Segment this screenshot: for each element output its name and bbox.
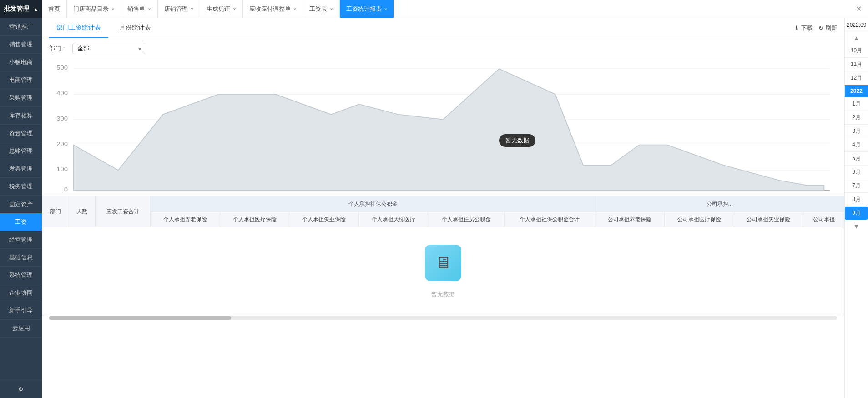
tab-工资统计报表[interactable]: 工资统计报表× [340, 0, 394, 18]
tab-首页[interactable]: 首页 [42, 0, 67, 18]
chart-no-data-tooltip: 暂无数据 [499, 134, 535, 147]
tab-门店商品目录[interactable]: 门店商品目录× [67, 0, 121, 18]
svg-text:200: 200 [56, 140, 68, 147]
date-item-10月[interactable]: 10月 [845, 44, 868, 58]
tab-label: 工资表 [309, 5, 327, 13]
sub-tab-月份统计表[interactable]: 月份统计表 [112, 18, 158, 38]
settings-icon: ⚙ [18, 386, 24, 393]
date-item-2022[interactable]: 2022 [845, 85, 868, 97]
sub-tab-bar: 部门工资统计表月份统计表 ⬇ 下载 ↻ 刷新 [42, 18, 844, 38]
tab-label: 店铺管理 [164, 5, 188, 13]
download-label: 下载 [801, 24, 813, 32]
sidebar-item-采购管理[interactable]: 采购管理 [0, 89, 42, 107]
filter-label: 部门： [49, 45, 67, 53]
department-select[interactable]: 全部 [72, 43, 145, 54]
svg-text:0: 0 [64, 186, 68, 193]
sidebar-item-企业协同[interactable]: 企业协同 [0, 284, 42, 302]
sub-tabs-container: 部门工资统计表月份统计表 [49, 18, 162, 38]
date-header[interactable]: 2022.09 [845, 18, 868, 32]
tab-close-btn[interactable]: × [148, 6, 151, 12]
sidebar-item-电商管理[interactable]: 电商管理 [0, 71, 42, 89]
sidebar-item-基础信息[interactable]: 基础信息 [0, 249, 42, 267]
horizontal-scrollbar[interactable] [49, 316, 837, 320]
date-item-4月[interactable]: 4月 [845, 138, 868, 152]
sidebar: 批发管理 ▲ 营销推广销售管理小畅电商电商管理采购管理库存核算资金管理总账管理发… [0, 0, 42, 398]
sidebar-item-资金管理[interactable]: 资金管理 [0, 125, 42, 142]
th-personal-pension: 个人承担养老保险 [151, 212, 220, 227]
sidebar-item-税务管理[interactable]: 税务管理 [0, 178, 42, 196]
sub-tab-部门工资统计表[interactable]: 部门工资统计表 [49, 18, 108, 38]
tab-close-btn[interactable]: × [191, 6, 193, 12]
sidebar-header-label: 批发管理 [4, 5, 29, 13]
th-personal-unemploy: 个人承担失业保险 [289, 212, 358, 227]
sidebar-item-销售管理[interactable]: 销售管理 [0, 36, 42, 54]
tab-close-btn[interactable]: × [233, 6, 236, 12]
tab-close-btn[interactable]: × [330, 6, 333, 12]
svg-text:400: 400 [56, 90, 68, 96]
th-personal-housing: 个人承担住房公积金 [428, 212, 505, 227]
th-company-pension: 公司承担养老保险 [595, 212, 664, 227]
svg-text:100: 100 [56, 166, 68, 172]
tab-应收应付调整单[interactable]: 应收应付调整单× [243, 0, 303, 18]
sidebar-item-系统管理[interactable]: 系统管理 [0, 267, 42, 284]
sidebar-item-经营管理[interactable]: 经营管理 [0, 231, 42, 249]
close-all-tabs-button[interactable]: ✕ [853, 5, 864, 13]
tab-close-btn[interactable]: × [384, 6, 387, 12]
sidebar-header[interactable]: 批发管理 ▲ [0, 0, 42, 18]
sidebar-item-营销推广[interactable]: 营销推广 [0, 18, 42, 36]
th-company-unemploy: 公司承担失业保险 [734, 212, 803, 227]
tab-bar-end: ✕ [853, 5, 868, 13]
sidebar-item-工资[interactable]: 工资 [0, 213, 42, 231]
tab-bar: 首页门店商品目录×销售单×店铺管理×生成凭证×应收应付调整单×工资表×工资统计报… [42, 0, 868, 18]
sidebar-arrow-icon: ▲ [34, 7, 38, 12]
date-item-8月[interactable]: 8月 [845, 193, 868, 207]
tab-生成凭证[interactable]: 生成凭证× [200, 0, 242, 18]
sidebar-item-总账管理[interactable]: 总账管理 [0, 142, 42, 160]
sidebar-item-发票管理[interactable]: 发票管理 [0, 160, 42, 178]
sidebar-item-小畅电商[interactable]: 小畅电商 [0, 54, 42, 71]
date-nav-up[interactable]: ▲ [845, 32, 868, 44]
th-personal-total: 个人承担社保公积金合计 [505, 212, 595, 227]
sidebar-items: 营销推广销售管理小畅电商电商管理采购管理库存核算资金管理总账管理发票管理税务管理… [0, 18, 42, 338]
th-company-group: 公司承担... [595, 196, 844, 212]
date-item-9月[interactable]: 9月 [845, 207, 868, 220]
date-item-11月[interactable]: 11月 [845, 58, 868, 71]
date-item-1月[interactable]: 1月 [845, 97, 868, 111]
sidebar-item-固定资产[interactable]: 固定资产 [0, 196, 42, 213]
sidebar-item-新手引导[interactable]: 新手引导 [0, 302, 42, 320]
th-company-other: 公司承担 [803, 212, 844, 227]
date-item-7月[interactable]: 7月 [845, 179, 868, 193]
tabs-container: 首页门店商品目录×销售单×店铺管理×生成凭证×应收应付调整单×工资表×工资统计报… [42, 0, 394, 18]
sidebar-item-库存核算[interactable]: 库存核算 [0, 107, 42, 125]
download-button[interactable]: ⬇ 下载 [794, 24, 813, 32]
tab-close-btn[interactable]: × [111, 6, 114, 12]
refresh-label: 刷新 [825, 24, 837, 32]
date-item-6月[interactable]: 6月 [845, 166, 868, 179]
scrollbar-thumb[interactable] [49, 316, 231, 320]
th-personal-large-med: 个人承担大额医疗 [358, 212, 428, 227]
tab-店铺管理[interactable]: 店铺管理× [158, 0, 200, 18]
date-item-3月[interactable]: 3月 [845, 125, 868, 138]
sidebar-item-云应用[interactable]: 云应用 [0, 320, 42, 338]
date-items-container: 10月11月12月20221月2月3月4月5月6月7月8月9月 [845, 44, 868, 220]
tab-close-btn[interactable]: × [293, 6, 296, 12]
date-item-2月[interactable]: 2月 [845, 111, 868, 125]
date-item-12月[interactable]: 12月 [845, 71, 868, 85]
date-nav-down[interactable]: ▼ [845, 220, 868, 232]
date-item-5月[interactable]: 5月 [845, 152, 868, 166]
empty-text: 暂无数据 [431, 290, 455, 298]
tab-销售单[interactable]: 销售单× [121, 0, 157, 18]
empty-state: 暂无数据 [47, 231, 839, 312]
table-wrapper[interactable]: 部门 人数 应发工资合计 个人承担社保公积金 公司承担... 个人承担养老保险 … [42, 196, 844, 398]
refresh-icon: ↻ [818, 25, 823, 31]
tab-label: 生成凭证 [207, 5, 230, 13]
main-area: 首页门店商品目录×销售单×店铺管理×生成凭证×应收应付调整单×工资表×工资统计报… [42, 0, 868, 398]
refresh-button[interactable]: ↻ 刷新 [818, 24, 837, 32]
tab-label: 首页 [48, 5, 60, 13]
th-personal-group: 个人承担社保公积金 [151, 196, 595, 212]
settings-button[interactable]: ⚙ [0, 380, 42, 398]
sub-tab-actions: ⬇ 下载 ↻ 刷新 [794, 24, 837, 32]
tab-工资表[interactable]: 工资表× [303, 0, 339, 18]
svg-text:500: 500 [56, 64, 68, 71]
empty-icon [425, 245, 461, 281]
